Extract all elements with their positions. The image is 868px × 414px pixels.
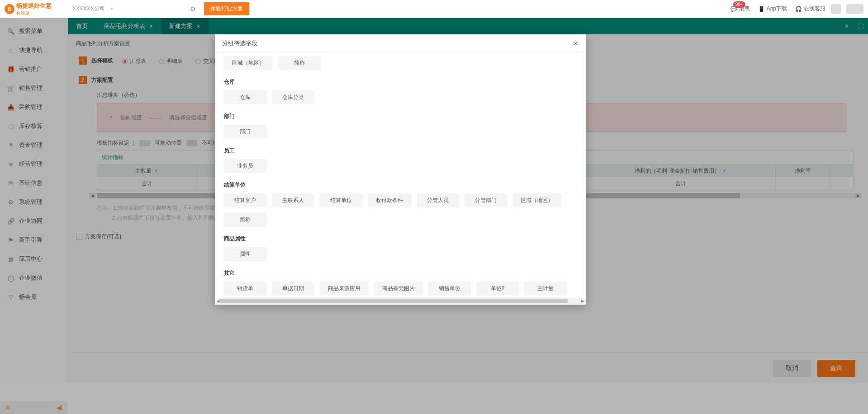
field-chip[interactable]: 简称: [278, 56, 321, 70]
user-menu[interactable]: [846, 4, 863, 14]
modal-close-button[interactable]: ✕: [573, 40, 579, 47]
field-chip[interactable]: 单据日期: [272, 282, 314, 296]
field-chip[interactable]: 分管人员: [417, 193, 459, 207]
scroll-thumb[interactable]: [219, 299, 568, 303]
field-chip[interactable]: 单位2: [476, 282, 519, 296]
top-bar: 6 畅捷通好生意 标准版 XXXXXX公司 ▼ ⚙ 体验行业方案 99+ 💬 消…: [0, 0, 868, 18]
avatar[interactable]: [831, 4, 841, 14]
field-chip[interactable]: 结算单位: [320, 193, 362, 207]
field-chip[interactable]: 收付款条件: [368, 193, 411, 207]
field-selector-modal: 分组待选字段 ✕ 客户 客户分类 分管部门 分管人员 主联系方式 主联系人 销售…: [215, 34, 586, 305]
field-chip[interactable]: 简称: [224, 213, 266, 227]
settings-gear-icon[interactable]: ⚙: [190, 5, 196, 13]
group-dept: 部门 部门: [224, 113, 577, 139]
modal-title: 分组待选字段: [222, 39, 257, 47]
experience-button[interactable]: 体验行业方案: [204, 2, 249, 15]
message-badge: 99+: [733, 1, 745, 8]
phone-icon: 📱: [758, 6, 765, 12]
field-chip[interactable]: 销售单位: [428, 282, 471, 296]
field-chip[interactable]: 仓库: [224, 90, 266, 104]
field-chip[interactable]: 商品来源应用: [320, 282, 369, 296]
messages-link[interactable]: 99+ 💬 消息: [730, 5, 750, 13]
field-chip[interactable]: 区域（地区）: [512, 193, 561, 207]
group-attr: 商品属性 属性: [224, 235, 577, 261]
field-chip[interactable]: 结算客户: [224, 193, 266, 207]
modal-body[interactable]: 客户 客户分类 分管部门 分管人员 主联系方式 主联系人 销售单位 区域（地区）…: [215, 52, 586, 297]
chevron-down-icon: ▼: [109, 6, 114, 11]
group-settle: 结算单位 结算客户 主联系人 结算单位 收付款条件 分管人员 分管部门 区域（地…: [224, 181, 577, 227]
headset-icon: 🎧: [795, 6, 802, 12]
logo-icon: 6: [5, 4, 14, 14]
company-selector[interactable]: XXXXXX公司 ▼: [72, 5, 190, 13]
field-chip[interactable]: 业务员: [224, 159, 266, 173]
modal-header: 分组待选字段 ✕: [215, 34, 586, 52]
field-chip[interactable]: 主联系人: [272, 193, 314, 207]
field-chip[interactable]: 销货单: [224, 282, 266, 296]
logo-text: 畅捷通好生意: [16, 2, 52, 10]
modal-scrollbar[interactable]: ◀ ▶: [215, 298, 586, 304]
app-download-link[interactable]: 📱 App下载: [758, 5, 787, 13]
field-chip[interactable]: 仓库分类: [272, 90, 314, 104]
group-warehouse: 仓库 仓库 仓库分类: [224, 78, 577, 104]
logo-subtext: 标准版: [16, 10, 52, 16]
field-chip[interactable]: 主计量: [524, 282, 567, 296]
field-chip[interactable]: 分管部门: [465, 193, 507, 207]
field-chip[interactable]: 区域（地区）: [224, 56, 273, 70]
field-chip[interactable]: 属性: [224, 247, 266, 261]
group-employee: 员工 业务员: [224, 147, 577, 173]
field-chip[interactable]: 部门: [224, 125, 266, 139]
scroll-right-icon[interactable]: ▶: [579, 298, 586, 304]
logo: 6 畅捷通好生意 标准版: [5, 2, 68, 16]
field-chip[interactable]: 商品有无图片: [374, 282, 423, 296]
support-link[interactable]: 🎧 在线客服: [795, 5, 825, 13]
group-other: 其它 销货单 单据日期 商品来源应用 商品有无图片 销售单位 单位2 主计量 制…: [224, 269, 577, 297]
